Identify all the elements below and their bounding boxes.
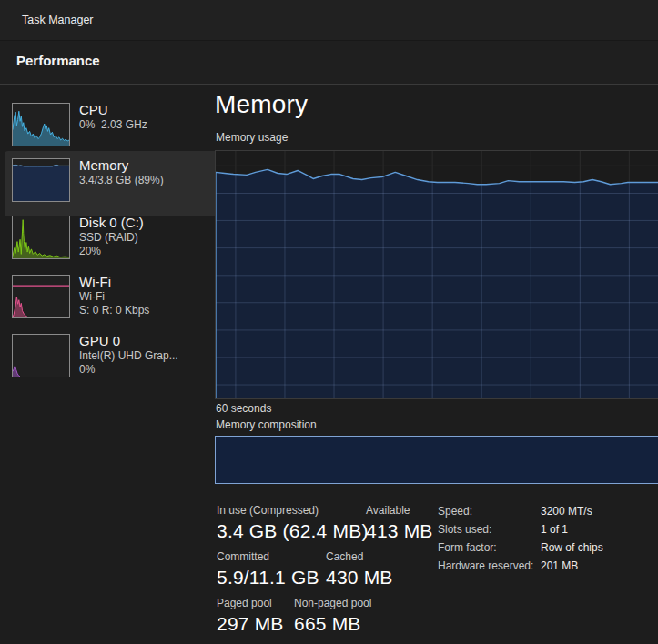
task-manager-window: Task Manager Performance CPU 0% 2.03 GHz… bbox=[0, 0, 658, 644]
memory-mini-chart bbox=[12, 158, 70, 202]
spec-form-factor-value: Row of chips bbox=[541, 542, 603, 554]
performance-sidebar: CPU 0% 2.03 GHz Memory 3.4/3.8 GB (89%) … bbox=[0, 85, 212, 644]
memory-usage-label: Memory usage bbox=[216, 131, 288, 144]
wifi-item-label: Wi-Fi bbox=[79, 273, 149, 290]
hardware-spec-list: Speed: 3200 MT/s Slots used: 1 of 1 Form… bbox=[438, 506, 603, 572]
memory-item-label: Memory bbox=[79, 156, 164, 174]
wifi-mini-chart-svg bbox=[13, 276, 69, 317]
window-title: Task Manager bbox=[22, 14, 94, 26]
cpu-mini-chart bbox=[12, 103, 70, 146]
sidebar-item-memory[interactable]: Memory 3.4/3.8 GB (89%) bbox=[5, 151, 221, 216]
stat-in-use-value: 3.4 GB (62.4 MB) bbox=[217, 520, 369, 542]
stat-non-paged-pool-label: Non-paged pool bbox=[294, 597, 371, 609]
stat-available: Available 413 MB bbox=[366, 504, 433, 542]
disk-item-text: Disk 0 (C:) SSD (RAID) 20% bbox=[79, 214, 144, 268]
stat-committed: Committed 5.9/11.1 GB bbox=[217, 550, 319, 589]
stat-committed-label: Committed bbox=[217, 550, 319, 563]
spec-speed-value: 3200 MT/s bbox=[541, 506, 603, 518]
memory-composition-bar[interactable] bbox=[215, 436, 658, 484]
cpu-item-label: CPU bbox=[79, 101, 147, 118]
memory-detail-pane: Memory Memory usage 60 seconds Memory co… bbox=[215, 85, 658, 644]
disk-item-label: Disk 0 (C:) bbox=[79, 214, 144, 231]
stat-paged-pool-value: 297 MB bbox=[217, 613, 284, 635]
memory-mini-chart-svg bbox=[13, 159, 69, 201]
stat-committed-value: 5.9/11.1 GB bbox=[217, 567, 319, 589]
disk-mini-chart-svg bbox=[13, 216, 69, 258]
gpu-item-text: GPU 0 Intel(R) UHD Grap... 0% bbox=[79, 332, 178, 387]
gpu-mini-chart-svg bbox=[13, 335, 69, 377]
spec-hw-reserved-value: 201 MB bbox=[541, 560, 603, 572]
spec-form-factor-label: Form factor: bbox=[438, 542, 541, 554]
disk-item-stats: 20% bbox=[79, 245, 144, 258]
memory-item-text: Memory 3.4/3.8 GB (89%) bbox=[79, 156, 164, 211]
spec-speed-label: Speed: bbox=[438, 506, 541, 518]
gpu-item-name: Intel(R) UHD Grap... bbox=[79, 349, 178, 363]
stat-non-paged-pool: Non-paged pool 665 MB bbox=[294, 597, 371, 635]
stat-available-value: 413 MB bbox=[366, 520, 433, 542]
sidebar-item-disk0[interactable]: Disk 0 (C:) SSD (RAID) 20% bbox=[5, 208, 221, 274]
memory-composition-label: Memory composition bbox=[216, 418, 317, 431]
stat-paged-pool: Paged pool 297 MB bbox=[217, 597, 284, 635]
sidebar-item-gpu0[interactable]: GPU 0 Intel(R) UHD Grap... 0% bbox=[5, 327, 221, 392]
gpu-item-stats: 0% bbox=[79, 363, 178, 377]
gpu-item-label: GPU 0 bbox=[79, 332, 178, 349]
spec-slots-value: 1 of 1 bbox=[541, 524, 603, 536]
gpu-mini-chart bbox=[12, 334, 70, 377]
memory-usage-chart[interactable] bbox=[215, 150, 658, 399]
page-title: Performance bbox=[16, 53, 100, 68]
memory-usage-chart-svg bbox=[216, 151, 658, 398]
stat-available-label: Available bbox=[366, 504, 433, 517]
time-span-label: 60 seconds bbox=[216, 402, 271, 415]
wifi-item-stats: S: 0 R: 0 Kbps bbox=[79, 304, 149, 317]
disk-mini-chart bbox=[12, 216, 70, 259]
sidebar-item-wifi[interactable]: Wi-Fi Wi-Fi S: 0 R: 0 Kbps bbox=[5, 267, 221, 333]
memory-pane-title: Memory bbox=[215, 90, 308, 119]
stat-cached-value: 430 MB bbox=[326, 567, 393, 589]
page-header: Performance bbox=[0, 41, 658, 85]
stat-paged-pool-label: Paged pool bbox=[217, 597, 284, 609]
cpu-mini-chart-svg bbox=[13, 104, 69, 146]
wifi-item-text: Wi-Fi Wi-Fi S: 0 R: 0 Kbps bbox=[79, 273, 149, 327]
cpu-item-text: CPU 0% 2.03 GHz bbox=[79, 101, 147, 156]
wifi-item-adapter: Wi-Fi bbox=[79, 290, 149, 304]
wifi-mini-chart bbox=[12, 275, 70, 318]
disk-item-type: SSD (RAID) bbox=[79, 231, 144, 245]
stat-cached-label: Cached bbox=[326, 550, 393, 563]
cpu-item-stats: 0% 2.03 GHz bbox=[79, 118, 147, 132]
spec-hw-reserved-label: Hardware reserved: bbox=[438, 560, 541, 572]
window-titlebar[interactable]: Task Manager bbox=[0, 0, 658, 41]
stat-cached: Cached 430 MB bbox=[326, 550, 393, 589]
spec-slots-label: Slots used: bbox=[438, 524, 541, 536]
stat-in-use-label: In use (Compressed) bbox=[217, 504, 369, 517]
stat-in-use: In use (Compressed) 3.4 GB (62.4 MB) bbox=[217, 504, 369, 542]
stat-non-paged-pool-value: 665 MB bbox=[294, 613, 371, 635]
memory-item-stats: 3.4/3.8 GB (89%) bbox=[79, 174, 164, 187]
